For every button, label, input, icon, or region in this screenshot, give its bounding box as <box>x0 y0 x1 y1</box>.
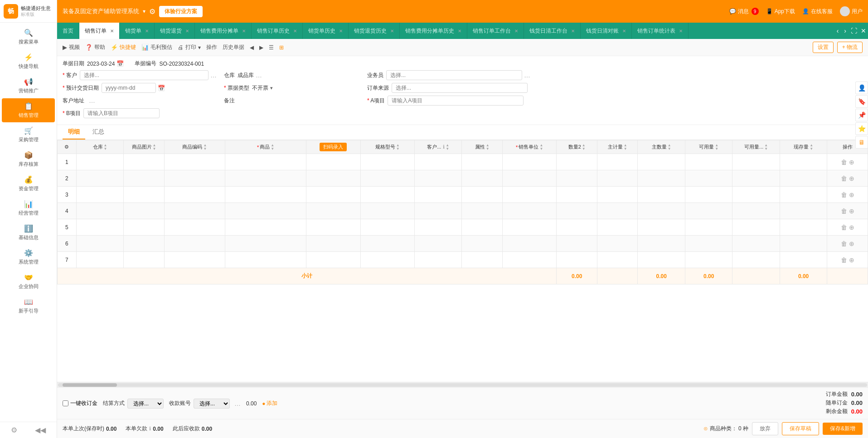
sidebar-item-baseinfo[interactable]: ℹ️ 基础信息 <box>2 221 55 245</box>
tab-sales-expense[interactable]: 销售费用分摊单 ✕ <box>195 23 252 39</box>
tab-home[interactable]: 首页 <box>57 23 79 39</box>
save-draft-btn[interactable]: 保存草稿 <box>782 422 819 435</box>
addr-dots-icon[interactable]: … <box>89 97 95 104</box>
horizontal-scrollbar[interactable] <box>57 382 868 387</box>
addrow-btn[interactable]: + 物流 <box>837 42 863 53</box>
order-source-input[interactable] <box>392 83 528 93</box>
tab-sales-return-history[interactable]: 销货退货历史 ✕ <box>349 23 400 39</box>
toolbar-history[interactable]: 历史单据 <box>223 43 244 51</box>
sidebar-settings-btn[interactable]: ⚙ <box>11 426 17 434</box>
tab-daily-reconcile[interactable]: 钱货日清对账 ✕ <box>581 23 632 39</box>
account-dots-icon[interactable]: … <box>234 400 241 407</box>
warehouse-dots-icon[interactable]: … <box>256 72 262 79</box>
setting-btn[interactable]: 设置 <box>813 42 834 53</box>
copy-icon-5[interactable]: ⊕ <box>849 224 854 231</box>
delete-icon-7[interactable]: 🗑 <box>841 256 847 264</box>
toolbar-shortcut[interactable]: ⚡ 快捷键 <box>111 43 136 51</box>
user-item[interactable]: 用户 <box>840 6 863 16</box>
toolbar-view[interactable]: ▶ 视频 <box>63 43 80 51</box>
tab-daily-clear-workbench-close[interactable]: ✕ <box>571 29 575 34</box>
tab-next-btn[interactable]: › <box>841 27 849 34</box>
tab-order-workbench[interactable]: 销售订单工作台 ✕ <box>467 23 524 39</box>
sidebar-item-newbie[interactable]: 📖 新手引导 <box>2 294 55 318</box>
tab-sales-order-close[interactable]: ✕ <box>110 29 114 34</box>
tab-sales-invoice[interactable]: 销货单 ✕ <box>120 23 155 39</box>
float-btn-3[interactable]: 📌 <box>855 109 868 121</box>
delivery-date-input[interactable] <box>102 83 156 93</box>
copy-icon-6[interactable]: ⊕ <box>849 240 854 247</box>
topbar-gear-icon[interactable]: ⚙ <box>149 7 155 16</box>
delete-icon-1[interactable]: 🗑 <box>841 159 847 166</box>
salesperson-input[interactable] <box>386 70 522 80</box>
tab-sales-invoice-history[interactable]: 销货单历史 ✕ <box>303 23 349 39</box>
sidebar-collapse-btn[interactable]: ◀◀ <box>35 426 46 434</box>
tab-sales-return-history-close[interactable]: ✕ <box>390 29 394 34</box>
customer-input[interactable] <box>80 70 209 80</box>
tab-maximize-btn[interactable]: ⛶ <box>849 27 859 34</box>
tab-sales-order-history[interactable]: 销售订单历史 ✕ <box>252 23 303 39</box>
tab-close-all-btn[interactable]: ✕ <box>859 27 868 34</box>
delete-icon-2[interactable]: 🗑 <box>841 175 847 182</box>
copy-icon-4[interactable]: ⊕ <box>849 207 854 215</box>
copy-icon-1[interactable]: ⊕ <box>849 159 854 166</box>
sidebar-item-operations[interactable]: 📊 经营管理 <box>2 196 55 220</box>
tab-sales-stats-close[interactable]: ✕ <box>679 29 683 34</box>
copy-icon-7[interactable]: ⊕ <box>849 256 854 264</box>
tab-detail[interactable]: 明细 <box>63 125 85 140</box>
project-a-input[interactable] <box>388 96 524 106</box>
delete-icon-4[interactable]: 🗑 <box>841 207 847 215</box>
delete-icon-3[interactable]: 🗑 <box>841 191 847 198</box>
tab-sales-invoice-history-close[interactable]: ✕ <box>339 29 343 34</box>
discard-btn[interactable]: 放弃 <box>752 422 778 435</box>
salesperson-dots-icon[interactable]: … <box>524 72 530 79</box>
payment-method-select[interactable]: 选择... <box>127 399 164 409</box>
tab-prev-btn[interactable]: ‹ <box>834 27 842 34</box>
add-btn[interactable]: ● 添加 <box>262 399 277 407</box>
tab-sales-order-history-close[interactable]: ✕ <box>293 29 297 34</box>
sidebar-item-search[interactable]: 🔍 搜索菜单 <box>2 25 55 49</box>
sidebar-item-sales[interactable]: 📋 销售管理 <box>2 98 55 122</box>
float-btn-1[interactable]: 👤 <box>855 82 868 94</box>
delete-icon-6[interactable]: 🗑 <box>841 240 847 247</box>
tab-sales-return-close[interactable]: ✕ <box>185 29 189 34</box>
project-b-input[interactable] <box>83 108 160 118</box>
tab-sales-stats[interactable]: 销售订单统计表 ✕ <box>632 23 689 39</box>
tab-daily-clear-workbench[interactable]: 钱货日清工作台 ✕ <box>524 23 581 39</box>
toolbar-list-view[interactable]: ☰ <box>269 44 274 51</box>
tab-expense-history-close[interactable]: ✕ <box>458 29 461 34</box>
app-download-item[interactable]: 📱 App下载 <box>766 8 795 15</box>
float-btn-5[interactable]: 🖥 <box>855 136 868 149</box>
invoice-type-arrow[interactable]: ▾ <box>270 85 273 91</box>
copy-icon-3[interactable]: ⊕ <box>849 191 854 198</box>
toolbar-print[interactable]: 🖨 打印 ▾ <box>178 43 201 51</box>
scan-btn[interactable]: 扫码录入 <box>320 143 347 151</box>
scroll-thumb[interactable] <box>63 383 117 387</box>
tab-sales-order[interactable]: 销售订单 ✕ <box>79 23 120 39</box>
float-btn-4[interactable]: ⭐ <box>855 122 868 135</box>
topbar-dropdown-arrow[interactable]: ▾ <box>143 8 145 14</box>
toolbar-help[interactable]: ❓ 帮助 <box>85 43 105 51</box>
toolbar-profit[interactable]: 📊 毛利预估 <box>141 43 172 51</box>
delete-icon-5[interactable]: 🗑 <box>841 224 847 231</box>
copy-icon-2[interactable]: ⊕ <box>849 175 854 182</box>
notification-item[interactable]: 💬 消息 9 <box>729 8 759 15</box>
toolbar-grid-view[interactable]: ⊞ <box>279 44 284 51</box>
sidebar-item-system[interactable]: ⚙️ 系统管理 <box>2 245 55 269</box>
auto-checkout-input[interactable] <box>63 400 68 406</box>
sidebar-item-marketing[interactable]: 📢 营销推广 <box>2 74 55 98</box>
tab-sales-invoice-close[interactable]: ✕ <box>145 29 149 34</box>
save-new-btn[interactable]: 保存&新增 <box>823 423 863 435</box>
sidebar-item-enterprise[interactable]: 🤝 企业协同 <box>2 270 55 294</box>
account-select[interactable]: 选择... <box>194 399 230 409</box>
delivery-calendar-icon[interactable]: 📅 <box>158 85 165 91</box>
th-settings[interactable]: ⚙ <box>58 140 77 154</box>
sidebar-item-purchase[interactable]: 🛒 采购管理 <box>2 123 55 147</box>
tab-order-workbench-close[interactable]: ✕ <box>514 29 518 34</box>
toolbar-nav-prev[interactable]: ◀ <box>250 44 254 51</box>
tab-daily-reconcile-close[interactable]: ✕ <box>622 29 626 34</box>
solution-btn[interactable]: 体验行业方案 <box>159 6 203 17</box>
tab-summary[interactable]: 汇总 <box>87 125 110 140</box>
tab-sales-return[interactable]: 销货退货 ✕ <box>155 23 195 39</box>
toolbar-nav-next[interactable]: ▶ <box>259 44 263 51</box>
customer-dots-icon[interactable]: … <box>210 72 217 79</box>
